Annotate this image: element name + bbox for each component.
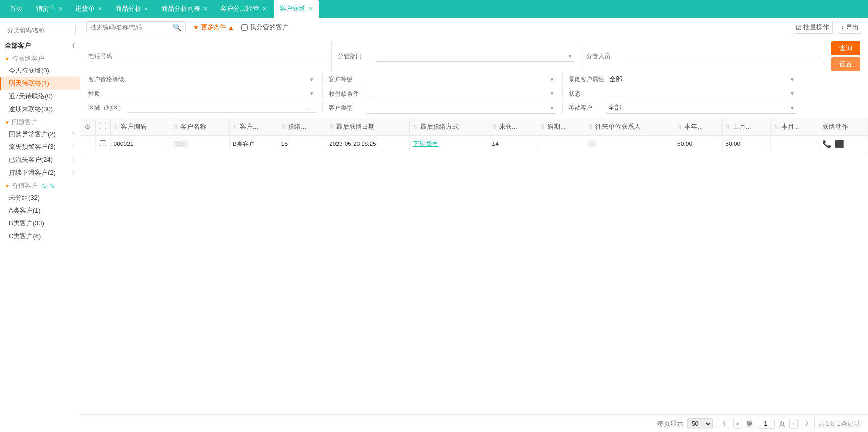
all-customers-label[interactable]: 全部客户 《 bbox=[0, 39, 80, 52]
sidebar-item-week[interactable]: 近7天待联络(0) bbox=[0, 90, 80, 103]
region-more-icon[interactable]: … bbox=[306, 104, 316, 112]
status-label: 状态 bbox=[569, 90, 603, 98]
th-this-month: ⇅ 本月... bbox=[771, 118, 819, 136]
customer-type-select[interactable]: ▼ bbox=[366, 103, 557, 114]
nav-purchase[interactable]: 进货单 ✕ bbox=[70, 0, 108, 18]
sidebar-search-input[interactable] bbox=[7, 27, 80, 34]
page-input[interactable] bbox=[757, 419, 775, 429]
price-level-caret: ▼ bbox=[309, 77, 314, 82]
more-conditions-btn[interactable]: ▼ 更多条件 ▲ bbox=[190, 21, 237, 33]
sidebar-item-overdue[interactable]: 逾期未联络(30) bbox=[0, 103, 80, 116]
edit-value-icon[interactable]: ✎ bbox=[49, 182, 55, 190]
nav-customer-contact[interactable]: 客户联络 ✕ bbox=[274, 0, 319, 18]
row-checkbox[interactable] bbox=[100, 140, 106, 146]
dept-select[interactable]: ▼ bbox=[375, 51, 575, 62]
th-last-month: ⇅ 上月... bbox=[723, 118, 771, 136]
td-not-contacted: 14 bbox=[489, 136, 537, 152]
main-search-icon[interactable]: 🔍 bbox=[173, 23, 181, 31]
nav-sales[interactable]: 销货单 ✕ bbox=[30, 0, 69, 18]
retail-attr-select[interactable]: 全部 ▼ bbox=[607, 74, 796, 85]
export-icon: ↑ bbox=[841, 24, 845, 31]
td-gear bbox=[80, 136, 95, 152]
payment-terms-select[interactable]: ▼ bbox=[366, 88, 557, 99]
last-page-btn[interactable]: 》 bbox=[802, 418, 815, 429]
nature-select[interactable]: ▼ bbox=[126, 88, 316, 99]
customer-level-select[interactable]: ▼ bbox=[366, 74, 557, 85]
per-page-select[interactable]: 50 100 200 bbox=[687, 418, 713, 429]
filter-status: 状态 ▼ bbox=[569, 88, 796, 99]
sort-unit-contact-icon: ⇅ bbox=[588, 124, 593, 130]
th-unit-contact: ⇅ 往来单位联系人 bbox=[585, 118, 674, 136]
phone-input[interactable] bbox=[126, 52, 325, 61]
select-all-checkbox[interactable] bbox=[100, 123, 106, 129]
my-customers-checkbox-label[interactable]: 我分管的客户 bbox=[241, 23, 289, 32]
nav-home[interactable]: 首页 bbox=[4, 0, 29, 18]
batch-ops-btn[interactable]: ☑ 批量操作 bbox=[793, 21, 833, 34]
sidebar-item-class-a[interactable]: A类客户(1) bbox=[0, 204, 80, 217]
filter-customer-type: 客户类型 ▼ bbox=[329, 103, 557, 114]
sidebar-item-class-c[interactable]: C类客户(6) bbox=[0, 230, 80, 243]
prev-page-btn[interactable]: ‹ bbox=[733, 419, 742, 429]
problem-customers-section: ▼ 问题客户 bbox=[0, 116, 80, 128]
query-btn[interactable]: 查询 bbox=[831, 41, 860, 55]
person-more-icon[interactable]: … bbox=[813, 52, 823, 60]
dept-label: 分管部门 bbox=[338, 52, 372, 61]
td-contact: 15 bbox=[278, 136, 326, 152]
pending-contact-triangle: ▼ bbox=[5, 56, 10, 62]
th-contact: ⇅ 联络... bbox=[278, 118, 326, 136]
contact-qr-icon[interactable]: ⬛ bbox=[835, 140, 844, 148]
sidebar-search-box[interactable]: 🔍 bbox=[4, 25, 76, 35]
my-customers-checkbox[interactable] bbox=[241, 24, 248, 31]
next-page-btn[interactable]: › bbox=[789, 419, 798, 429]
nav-goods-analysis[interactable]: 商品分析 ✕ bbox=[109, 0, 154, 18]
close-goods-analysis-list-icon[interactable]: ✕ bbox=[203, 6, 208, 12]
help-icon-lost[interactable]: ? bbox=[72, 157, 75, 163]
settings-btn[interactable]: 设置 bbox=[831, 57, 860, 71]
toolbar: 🔍 ▼ 更多条件 ▲ 我分管的客户 ☑ 批量操作 ↑ 导出 bbox=[80, 18, 868, 37]
region-input[interactable] bbox=[127, 103, 306, 112]
status-caret: ▼ bbox=[790, 91, 795, 96]
close-customer-contact-icon[interactable]: ✕ bbox=[308, 6, 313, 12]
close-customer-tier-icon[interactable]: ✕ bbox=[262, 6, 267, 12]
help-icon-continuous-decline[interactable]: ? bbox=[72, 170, 75, 176]
contact-phone-icon[interactable]: 📞 bbox=[822, 140, 832, 148]
td-last-month: 50.00 bbox=[723, 136, 771, 152]
checkbox-icon: ☑ bbox=[796, 24, 802, 31]
status-select[interactable]: ▼ bbox=[606, 88, 796, 99]
sidebar-item-today[interactable]: 今天待联络(0) bbox=[0, 64, 80, 77]
close-goods-analysis-icon[interactable]: ✕ bbox=[144, 6, 148, 12]
close-sales-icon[interactable]: ✕ bbox=[58, 6, 63, 12]
sidebar-item-class-b[interactable]: B类客户(33) bbox=[0, 217, 80, 230]
person-input[interactable] bbox=[624, 52, 813, 61]
sidebar-item-lost-risk[interactable]: 流失预警客户(3) ? bbox=[0, 141, 80, 153]
main-search-input[interactable] bbox=[91, 24, 173, 31]
last-contact-method-link[interactable]: 下销货单 bbox=[413, 140, 438, 147]
help-icon-repurchase[interactable]: ? bbox=[72, 131, 75, 137]
first-page-btn[interactable]: 《 bbox=[717, 418, 729, 429]
close-purchase-icon[interactable]: ✕ bbox=[98, 6, 102, 12]
sidebar-item-repurchase-abnormal[interactable]: 回购异常客户(2) ? bbox=[0, 128, 80, 141]
filter-retail-attr: 零散客户属性 全部 ▼ bbox=[569, 74, 796, 85]
sort-name-icon: ⇅ bbox=[173, 124, 178, 130]
main-search-box[interactable]: 🔍 bbox=[86, 21, 186, 33]
table-gear-icon[interactable]: ⚙ bbox=[84, 123, 91, 131]
refresh-icon[interactable]: ↻ bbox=[42, 182, 47, 190]
export-btn[interactable]: ↑ 导出 bbox=[838, 21, 863, 34]
th-last-contact-method: ⇅ 最后联络方式 bbox=[410, 118, 489, 136]
retail-customer-label: 零散客户 bbox=[569, 104, 603, 112]
sort-customer-type-icon: ⇅ bbox=[233, 124, 237, 130]
filter-retail-customer: 零散客户 全部 ▼ bbox=[569, 102, 796, 114]
help-icon-lost-risk[interactable]: ? bbox=[72, 144, 75, 150]
sidebar-item-lost[interactable]: 已流失客户(24) ? bbox=[0, 153, 80, 166]
pending-contact-section: ▼ 待联络客户 bbox=[0, 52, 80, 64]
nav-customer-tier[interactable]: 客户分层经营 ✕ bbox=[215, 0, 273, 18]
nav-goods-analysis-list[interactable]: 商品分析列表 ✕ bbox=[155, 0, 214, 18]
sidebar-item-tomorrow[interactable]: 明天待联络(1) bbox=[0, 77, 80, 90]
sidebar-item-continuous-decline[interactable]: 持续下滑客户(2) ? bbox=[0, 166, 80, 179]
top-nav: 首页 销货单 ✕ 进货单 ✕ 商品分析 ✕ 商品分析列表 ✕ 客户分层经营 ✕ … bbox=[0, 0, 868, 18]
sidebar-item-ungrouped[interactable]: 未分组(32) bbox=[0, 191, 80, 204]
customer-price-level-select[interactable]: ▼ bbox=[127, 74, 316, 85]
retail-customer-select[interactable]: 全部 ▼ bbox=[606, 102, 796, 114]
th-customer-type: ⇅ 客户... bbox=[229, 118, 278, 136]
filter-dept: 分管部门 ▼ bbox=[338, 51, 575, 62]
